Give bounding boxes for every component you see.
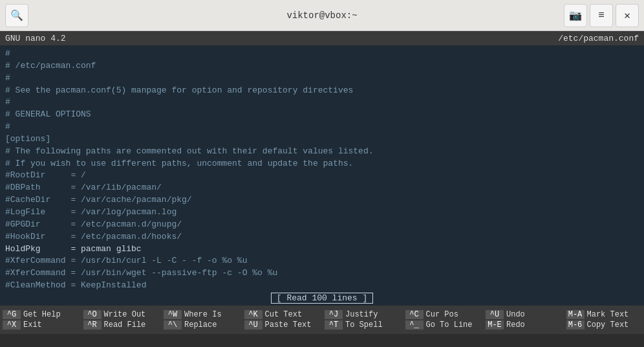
shortcut-label: Go To Line (426, 320, 473, 330)
shortcut-item[interactable]: ^_Go To Line (403, 320, 484, 330)
read-lines-indicator: [ Read 100 lines ] (271, 293, 373, 304)
shortcut-item[interactable]: ^JJustify (322, 310, 403, 319)
shortcut-row: ^XExit^RRead File^\Replace^UPaste Text^T… (0, 320, 644, 330)
shortcut-label: Justify (345, 310, 378, 319)
shortcut-label: Replace (184, 320, 217, 330)
shortcut-key: ^K (244, 310, 263, 319)
shortcut-key: ^U (486, 310, 504, 319)
shortcut-item[interactable]: ^TTo Spell (322, 320, 403, 330)
shortcut-item[interactable]: M-ERedo (483, 320, 564, 330)
shortcut-label: Get Help (23, 310, 61, 319)
search-button[interactable]: 🔍 (5, 4, 28, 27)
shortcut-label: To Spell (345, 320, 383, 330)
shortcut-label: Mark Text (587, 310, 629, 319)
screenshot-button[interactable]: 📷 (564, 4, 587, 27)
shortcut-item[interactable]: ^XExit (0, 320, 81, 330)
editor-area[interactable]: # # /etc/pacman.conf # # See the pacman.… (0, 45, 644, 290)
shortcut-item[interactable]: ^UPaste Text (242, 320, 323, 330)
shortcut-key: ^T (325, 320, 343, 330)
shortcut-label: Paste Text (265, 320, 312, 330)
shortcut-key: ^G (3, 310, 21, 319)
shortcut-item[interactable]: ^WWhere Is (161, 310, 242, 319)
shortcut-label: Exit (23, 320, 42, 330)
close-button[interactable]: ✕ (616, 4, 639, 27)
shortcut-key: ^C (405, 310, 424, 319)
shortcut-item[interactable]: M-6Copy Text (564, 320, 645, 330)
shortcut-item[interactable]: ^RRead File (81, 320, 162, 330)
shortcut-item[interactable]: ^GGet Help (0, 310, 81, 319)
shortcut-key: M-A (566, 310, 585, 319)
shortcuts-bar: ^GGet Help^OWrite Out^WWhere Is^KCut Tex… (0, 306, 644, 334)
menu-button[interactable]: ≡ (590, 4, 613, 27)
read-status-bar: [ Read 100 lines ] (0, 290, 644, 306)
shortcut-key: ^X (3, 320, 21, 330)
shortcut-key: ^\ (164, 320, 182, 330)
file-path: /etc/pacman.conf (558, 34, 639, 43)
shortcut-key: ^J (325, 310, 343, 319)
shortcut-item[interactable]: ^KCut Text (242, 310, 323, 319)
shortcut-label: Cut Text (265, 310, 303, 319)
shortcut-label: Read File (104, 320, 146, 330)
shortcut-key: ^O (83, 310, 102, 319)
shortcut-item[interactable]: ^CCur Pos (403, 310, 484, 319)
title-bar-right: 📷 ≡ ✕ (564, 4, 639, 27)
shortcut-label: Redo (506, 320, 525, 330)
shortcut-key: M-6 (566, 320, 585, 330)
shortcut-row: ^GGet Help^OWrite Out^WWhere Is^KCut Tex… (0, 309, 644, 320)
shortcut-key: ^W (164, 310, 182, 319)
shortcut-label: Copy Text (587, 320, 629, 330)
shortcut-label: Undo (506, 310, 525, 319)
shortcut-key: ^_ (405, 320, 424, 330)
shortcut-key: ^U (244, 320, 263, 330)
shortcut-item[interactable]: ^OWrite Out (81, 310, 162, 319)
nano-status-bar: GNU nano 4.2 /etc/pacman.conf (0, 31, 644, 45)
shortcut-item[interactable]: M-AMark Text (564, 310, 645, 319)
shortcut-key: ^R (83, 320, 102, 330)
nano-version: GNU nano 4.2 (5, 34, 66, 43)
shortcut-item[interactable]: ^UUndo (483, 310, 564, 319)
shortcut-label: Write Out (104, 310, 146, 319)
title-bar-left: 🔍 (5, 4, 28, 27)
shortcut-item[interactable]: ^\Replace (161, 320, 242, 330)
shortcut-label: Where Is (184, 310, 222, 319)
title-bar: 🔍 viktor@vbox:~ 📷 ≡ ✕ (0, 0, 644, 31)
window-title: viktor@vbox:~ (286, 10, 357, 21)
shortcut-key: M-E (486, 320, 504, 330)
shortcut-label: Cur Pos (426, 310, 458, 319)
